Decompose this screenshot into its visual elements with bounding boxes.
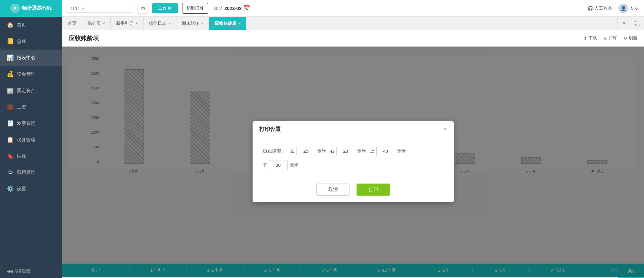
top-unit: 毫米 [397, 148, 406, 154]
funds-icon: 💰 [7, 71, 13, 78]
sidebar-item-settings[interactable]: ⚙️ 设置 [0, 181, 62, 197]
tab-label-home: 首页 [68, 20, 76, 26]
archive-icon: 🗂 [7, 169, 13, 176]
print-icon: 🖨 [603, 36, 607, 41]
sidebar-item-tax[interactable]: 📋 税务管理 [0, 132, 62, 148]
cancel-button[interactable]: 取消 [316, 184, 350, 196]
tab-close-window-button[interactable]: × [617, 17, 631, 30]
tab-period-end[interactable]: 期末结转 × [176, 17, 209, 30]
refresh-label: 刷新 [629, 35, 637, 41]
margin-bottom-input[interactable] [269, 160, 288, 170]
collapse-label: 取消固定 [15, 268, 31, 274]
sidebar-label-invoice: 发票管理 [17, 121, 36, 127]
print-button[interactable]: 🖨 打印 [603, 35, 618, 41]
header-right: 🎧 人工咨询 👤 友友 [588, 4, 639, 13]
refresh-button[interactable]: ↻ 刷新 [624, 35, 637, 41]
copy-icon: ⧉ [141, 5, 145, 11]
sidebar-item-assets[interactable]: 🏢 固定资产 [0, 82, 62, 99]
margin-row: 边距调整： 左 毫米 右 毫米 [263, 146, 444, 170]
sidebar-label-payroll: 工资 [17, 104, 26, 110]
sidebar-label-reports: 报表中心 [17, 55, 36, 61]
collapse-icon: ◀◀ [7, 269, 13, 274]
tab-close-period-end[interactable]: × [201, 21, 204, 26]
chevron-down-icon: ▾ [82, 6, 84, 11]
tab-bar: 首页 畅会员 × 新手引导 × 操作日志 × 期末结转 × [62, 17, 644, 30]
tab-close-guide[interactable]: × [136, 21, 138, 26]
support-button[interactable]: 🎧 人工咨询 [588, 5, 612, 11]
margin-top-group: 上 毫米 [370, 146, 406, 156]
tab-close-log[interactable]: × [168, 21, 171, 26]
avatar: 👤 [619, 4, 628, 13]
sidebar-item-funds[interactable]: 💰 资金管理 [0, 66, 62, 82]
print-label: 打印 [609, 35, 618, 41]
period-area: 账期 2023-02 📅 [214, 5, 250, 11]
logo: ✦ 畅捷通易代账 [0, 0, 62, 17]
ledger-icon: 📒 [7, 38, 13, 45]
sidebar-label-assets: 固定资产 [17, 88, 36, 94]
tab-close-member[interactable]: × [103, 21, 105, 26]
right-unit: 毫米 [357, 148, 366, 154]
sidebar-item-invoice[interactable]: 🧾 发票管理 [0, 115, 62, 132]
page-actions: ⬇ 下载 🖨 打印 ↻ 刷新 [583, 35, 637, 41]
chart-area: 2500 2500 2500 2000 1500 1000 500 0 [62, 47, 644, 277]
tab-actions: × ⛶ [617, 17, 644, 30]
workbench-button[interactable]: 工作台 [152, 3, 178, 13]
calendar-icon[interactable]: 📅 [244, 5, 250, 11]
sidebar-label-settings: 设置 [17, 186, 26, 192]
tab-label-aging: 应收账龄表 [215, 20, 236, 26]
modal-header: 打印设置 × [253, 121, 454, 138]
sidebar-item-reports[interactable]: 📊 报表中心 [0, 50, 62, 66]
tab-aging[interactable]: 应收账龄表 × [209, 17, 247, 30]
sidebar-item-close[interactable]: 🔖 结账 [0, 148, 62, 164]
print-confirm-button[interactable]: 打印 [357, 184, 390, 196]
margin-right-input[interactable] [336, 146, 355, 156]
margin-left-input[interactable] [297, 146, 315, 156]
support-label: 人工咨询 [594, 5, 612, 11]
modal-close-button[interactable]: × [443, 126, 447, 133]
tab-log[interactable]: 操作日志 × [144, 17, 176, 30]
sidebar-item-archive[interactable]: 🗂 归档管理 [0, 164, 62, 181]
refresh-icon: ↻ [624, 36, 627, 41]
download-icon: ⬇ [583, 36, 587, 41]
tab-label-guide: 新手引导 [116, 20, 133, 26]
reports-icon: 📊 [7, 54, 13, 61]
company-name: 1111 [70, 6, 80, 11]
logo-icon: ✦ [10, 4, 20, 13]
margin-label: 边距调整： [263, 148, 286, 154]
left-unit: 毫米 [317, 148, 326, 154]
tab-guide[interactable]: 新手引导 × [111, 17, 144, 30]
invoice-icon: 🧾 [7, 120, 13, 127]
download-button[interactable]: ⬇ 下载 [583, 35, 597, 41]
tab-close-aging[interactable]: × [238, 21, 241, 26]
company-selector[interactable]: 1111 ▾ [66, 4, 133, 13]
sidebar-item-home[interactable]: 🏠 首页 [0, 17, 62, 33]
top-direction-label: 上 [370, 148, 374, 154]
page-header: 应收账龄表 ⬇ 下载 🖨 打印 ↻ 刷新 [62, 30, 644, 47]
assets-icon: 🏢 [7, 87, 13, 94]
sidebar-collapse-button[interactable]: ◀◀ 取消固定 [0, 264, 62, 278]
logo-text: 畅捷通易代账 [22, 5, 52, 11]
period-label: 账期 [214, 5, 222, 11]
sidebar-label-home: 首页 [17, 22, 26, 28]
sidebar: 🏠 首页 📒 总账 📊 报表中心 💰 资金管理 🏢 固定资产 [0, 17, 62, 278]
bottom-unit: 毫米 [290, 162, 299, 168]
margin-left-group: 左 毫米 [290, 146, 326, 156]
margin-bottom-group: 下 毫米 [263, 160, 299, 170]
sidebar-item-ledger[interactable]: 📒 总账 [0, 33, 62, 50]
user-name: 友友 [630, 5, 639, 11]
tab-member[interactable]: 畅会员 × [82, 17, 111, 30]
settings-icon: ⚙️ [7, 185, 13, 192]
sidebar-item-payroll[interactable]: 💼 工资 [0, 99, 62, 115]
tab-expand-button[interactable]: ⛶ [631, 17, 644, 30]
tab-home[interactable]: 首页 [62, 17, 82, 30]
user-area[interactable]: 👤 友友 [619, 4, 639, 13]
sidebar-scroll: 🏠 首页 📒 总账 📊 报表中心 💰 资金管理 🏢 固定资产 [0, 17, 62, 264]
switch-old-button[interactable]: 切到旧版 [182, 3, 208, 14]
margin-top-input[interactable] [376, 146, 395, 156]
sidebar-label-archive: 归档管理 [17, 169, 36, 176]
tab-label-period-end: 期末结转 [182, 20, 199, 26]
page-content: 应收账龄表 ⬇ 下载 🖨 打印 ↻ 刷新 [62, 30, 644, 278]
tax-icon: 📋 [7, 136, 13, 143]
copy-button[interactable]: ⧉ [137, 3, 148, 14]
sidebar-label-tax: 税务管理 [17, 137, 36, 143]
